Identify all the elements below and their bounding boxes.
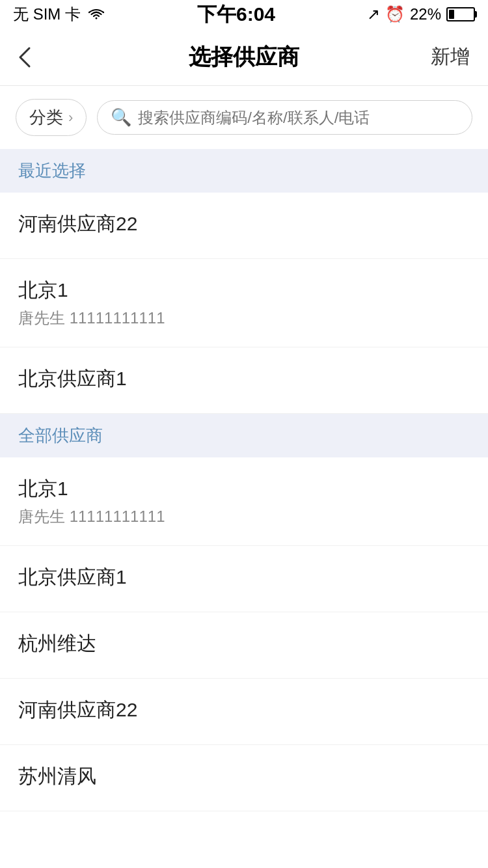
list-item[interactable]: 北京供应商1 [0,347,488,414]
item-sub: 唐先生 11111111111 [18,506,470,527]
recent-section-header: 最近选择 [0,149,488,193]
all-section-header: 全部供应商 [0,414,488,457]
status-left: 无 SIM 卡 [13,4,105,25]
status-right: ↗ ⏰ 22% [367,5,475,23]
battery-fill [449,10,454,19]
search-icon: 🔍 [111,107,131,128]
item-name: 苏州清风 [18,763,470,790]
chevron-right-icon: › [68,109,73,126]
list-item[interactable]: 河南供应商22 [0,679,488,745]
item-name: 河南供应商22 [18,211,470,237]
category-label: 分类 [29,106,63,129]
battery-icon [446,7,475,21]
all-list: 北京1唐先生 11111111111北京供应商1杭州维达河南供应商22苏州清风 [0,457,488,811]
item-name: 北京供应商1 [18,366,470,392]
location-icon: ↗ [367,5,380,23]
item-sub: 唐先生 11111111111 [18,308,470,329]
item-name: 河南供应商22 [18,697,470,724]
page-title: 选择供应商 [70,42,418,72]
battery-percent: 22% [410,5,441,23]
back-button[interactable] [18,46,70,68]
status-bar: 无 SIM 卡 下午6:04 ↗ ⏰ 22% [0,0,488,29]
list-item[interactable]: 北京1唐先生 11111111111 [0,259,488,347]
item-name: 北京1 [18,476,470,502]
item-name: 杭州维达 [18,631,470,657]
nav-bar: 选择供应商 新增 [0,29,488,86]
list-item[interactable]: 杭州维达 [0,612,488,679]
item-name: 北京供应商1 [18,564,470,591]
category-button[interactable]: 分类 › [16,99,87,136]
filter-bar: 分类 › 🔍 [0,86,488,149]
recent-list: 河南供应商22北京1唐先生 11111111111北京供应商1 [0,193,488,414]
list-item[interactable]: 北京1唐先生 11111111111 [0,457,488,546]
list-item[interactable]: 苏州清风 [0,745,488,811]
no-sim-text: 无 SIM 卡 [13,4,81,25]
search-box: 🔍 [97,100,472,135]
status-time: 下午6:04 [197,1,275,28]
list-item[interactable]: 北京供应商1 [0,546,488,612]
alarm-icon: ⏰ [385,5,405,23]
search-input[interactable] [138,109,459,127]
list-item[interactable]: 河南供应商22 [0,193,488,259]
wifi-icon [87,8,105,21]
item-name: 北京1 [18,277,470,304]
recent-section-label: 最近选择 [18,161,86,180]
add-button[interactable]: 新增 [418,44,470,70]
all-section-label: 全部供应商 [18,426,103,445]
